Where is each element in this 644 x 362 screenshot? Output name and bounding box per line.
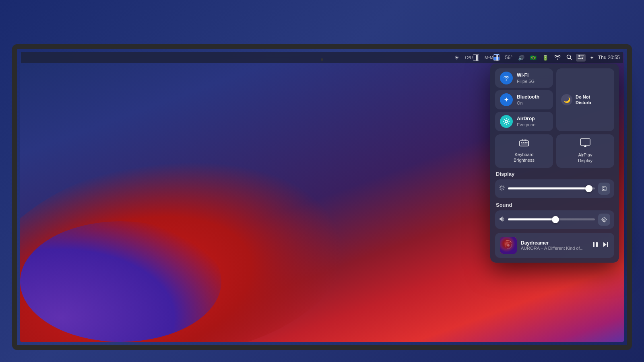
- svg-point-6: [505, 120, 508, 123]
- search-menubar-icon: [566, 54, 572, 61]
- svg-rect-7: [520, 141, 528, 146]
- skip-forward-button[interactable]: [602, 241, 609, 249]
- cc-keyboard-brightness-label: Keyboard Brightness: [514, 152, 535, 163]
- cc-airdrop-text: AirDrop Everyone: [517, 116, 548, 127]
- svg-rect-41: [593, 242, 594, 247]
- menubar-battery[interactable]: 🔋: [541, 54, 550, 62]
- cpu-text: CPU: [465, 56, 472, 60]
- svg-rect-16: [580, 139, 590, 145]
- cc-bluetooth-text: Bluetooth On: [517, 94, 548, 105]
- svg-rect-43: [607, 242, 608, 247]
- svg-point-33: [603, 219, 605, 220]
- cc-album-art: [500, 237, 517, 254]
- sound-icon: [499, 216, 505, 223]
- menubar-volume[interactable]: 🔊: [516, 54, 526, 62]
- control-center-icon: [578, 55, 584, 61]
- display-settings-btn[interactable]: [598, 183, 610, 195]
- display-brightness-icon: [499, 185, 505, 192]
- airplay-display-icon: [580, 138, 590, 150]
- mem-text: MEM: [485, 56, 493, 60]
- cc-sound-section: Sound: [495, 202, 614, 229]
- svg-point-18: [501, 187, 503, 189]
- svg-rect-28: [603, 187, 604, 188]
- cc-song-info: Daydreamer AURORA – A Different Kind of.…: [521, 240, 588, 251]
- menubar-mem[interactable]: MEM ▐: [483, 53, 501, 62]
- cc-dnd-card[interactable]: 🌙 Do Not Disturb: [556, 68, 614, 131]
- cc-display-section: Display: [495, 171, 614, 198]
- wifi-menubar-icon: [554, 55, 561, 61]
- menubar-right: ☀ CPU ▐ MEM ▐ 56° 🔊 🇧🇷 🔋: [453, 53, 620, 62]
- cc-airplay-display-card[interactable]: AirPlay Display: [556, 134, 614, 168]
- cc-bluetooth-icon-circle: ✦: [500, 93, 513, 106]
- cc-airdrop-sub: Everyone: [517, 122, 548, 127]
- cpu-bar: ▐: [473, 54, 479, 61]
- svg-line-23: [500, 186, 500, 186]
- cc-sound-label: Sound: [495, 202, 614, 208]
- menubar-control-center[interactable]: [576, 54, 586, 62]
- menubar-wifi[interactable]: [553, 54, 562, 62]
- cc-airdrop-item[interactable]: AirDrop Everyone: [495, 112, 553, 131]
- cc-airplay-display-label: AirPlay Display: [578, 152, 592, 164]
- notch-icon: ✦: [590, 55, 594, 61]
- svg-point-3: [582, 58, 583, 59]
- cc-song-title: Daydreamer: [521, 240, 588, 246]
- cc-playback-controls: [592, 241, 609, 250]
- cc-bluetooth-sub: On: [517, 101, 548, 105]
- cc-left-col: Wi-Fi Filipe 5G ✦ Bluetooth On: [495, 68, 553, 131]
- cc-display-slider-row: [495, 179, 614, 198]
- cc-wifi-name: Wi-Fi: [517, 72, 548, 79]
- battery-icon: 🔋: [542, 55, 549, 61]
- volume-icon: 🔊: [518, 55, 524, 61]
- cc-top-section: Wi-Fi Filipe 5G ✦ Bluetooth On: [495, 68, 614, 131]
- svg-rect-30: [603, 189, 604, 190]
- cc-now-playing: Daydreamer AURORA – A Different Kind of.…: [495, 233, 614, 258]
- cc-keyboard-brightness-card[interactable]: Keyboard Brightness: [495, 134, 553, 168]
- svg-rect-29: [605, 187, 605, 188]
- sound-slider[interactable]: [508, 218, 595, 220]
- cc-display-label: Display: [495, 171, 614, 177]
- temp-value: 56°: [505, 55, 512, 60]
- svg-line-25: [504, 186, 504, 186]
- cc-mid-grid: Keyboard Brightness AirPlay Display: [495, 134, 614, 168]
- cc-song-artist: AURORA – A Different Kind of...: [521, 246, 588, 251]
- cc-bluetooth-item[interactable]: ✦ Bluetooth On: [495, 90, 553, 109]
- cc-airdrop-name: AirDrop: [517, 116, 548, 122]
- svg-line-14: [522, 140, 523, 140]
- cc-airdrop-icon-circle: [500, 115, 513, 128]
- cc-wifi-sub: Filipe 5G: [517, 79, 548, 84]
- webcam-indicator: [321, 58, 323, 61]
- menubar-notch[interactable]: ✦: [588, 54, 596, 62]
- cc-wifi-text: Wi-Fi Filipe 5G: [517, 72, 548, 84]
- pause-button[interactable]: [592, 241, 599, 250]
- svg-point-40: [507, 244, 510, 247]
- control-center-panel: Wi-Fi Filipe 5G ✦ Bluetooth On: [490, 64, 619, 263]
- menubar: ☀ CPU ▐ MEM ▐ 56° 🔊 🇧🇷 🔋: [21, 52, 623, 63]
- menubar-brightness[interactable]: ☀: [453, 54, 461, 62]
- menubar-temp[interactable]: 56°: [504, 54, 514, 61]
- menubar-spotlight[interactable]: [565, 53, 574, 62]
- menubar-cpu[interactable]: CPU ▐: [463, 53, 481, 62]
- svg-point-32: [602, 218, 606, 222]
- svg-line-15: [526, 140, 526, 140]
- svg-line-1: [570, 58, 572, 60]
- sound-output-btn[interactable]: [598, 214, 610, 226]
- keyboard-brightness-icon: [519, 139, 529, 149]
- mem-bar: ▐: [493, 54, 500, 61]
- cc-wifi-icon-circle: [500, 72, 513, 84]
- svg-rect-27: [602, 187, 606, 191]
- brightness-icon: ☀: [454, 55, 459, 61]
- svg-line-24: [504, 189, 504, 190]
- svg-rect-42: [596, 242, 598, 247]
- cc-dnd-name: Do Not Disturb: [576, 94, 609, 106]
- cc-bluetooth-name: Bluetooth: [517, 94, 548, 101]
- svg-rect-31: [605, 189, 605, 190]
- menubar-input-source[interactable]: 🇧🇷: [528, 54, 538, 62]
- cc-right-top: 🌙 Do Not Disturb: [556, 68, 614, 131]
- menubar-clock[interactable]: Thu 20:55: [598, 55, 620, 60]
- flag-icon: 🇧🇷: [530, 55, 537, 61]
- cc-wifi-item[interactable]: Wi-Fi Filipe 5G: [495, 68, 553, 88]
- bluetooth-symbol: ✦: [504, 97, 509, 103]
- cc-dnd-icon: 🌙: [561, 94, 572, 105]
- display-brightness-slider[interactable]: [508, 187, 595, 189]
- svg-line-26: [500, 189, 500, 190]
